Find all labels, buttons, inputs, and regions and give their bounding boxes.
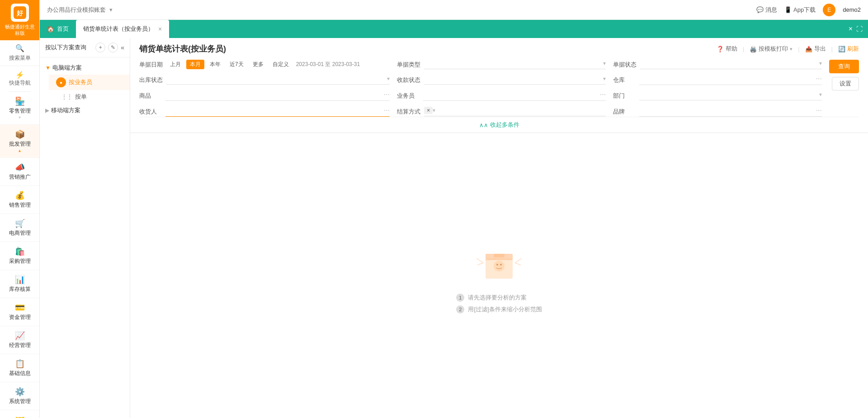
user-avatar[interactable]: E <box>823 4 835 16</box>
collapse-more-button[interactable]: ∧∧ 收起多条件 <box>139 117 859 133</box>
product-input-wrap: ··· <box>165 90 390 101</box>
scheme-panel-title: 按以下方案查询 <box>45 43 86 52</box>
app-download-label: App下载 <box>793 6 816 14</box>
svg-point-7 <box>500 264 502 266</box>
app-download-icon: 📱 <box>784 6 792 13</box>
scheme-edit-button[interactable]: ✎ <box>108 43 118 52</box>
tip2-text: 用[过滤]条件来缩小分析范围 <box>468 305 542 314</box>
filter-salesperson: 业务员 ··· <box>397 90 606 101</box>
scheme-collapse-button[interactable]: « <box>121 44 124 51</box>
salesperson-input[interactable] <box>423 91 600 98</box>
empty-state: 1 请先选择要分析的方案 2 用[过滤]条件来缩小分析范围 <box>130 133 868 418</box>
message-icon: 💬 <box>756 6 764 13</box>
sidebar-item-wholesale[interactable]: 📦 批发管理 ▴ <box>0 125 39 158</box>
sidebar-item-retail[interactable]: 🏪 零售管理 ▾ <box>0 92 39 125</box>
department-input[interactable] <box>639 91 819 98</box>
export-button[interactable]: 📤 导出 <box>805 45 826 53</box>
tab-home[interactable]: 🏠 首页 <box>40 20 76 38</box>
scheme-add-button[interactable]: + <box>95 43 105 52</box>
tab-sales-stat[interactable]: 销货单统计表（按业务员） × <box>76 20 169 38</box>
user-name[interactable]: demo2 <box>843 6 861 13</box>
doc-type-input-wrap: ▾ <box>424 60 606 69</box>
filter-rows: 单据日期 上月 本月 本年 近7天 更多 自定义 2023-03-01 至 20… <box>139 60 822 117</box>
department-arrow-icon[interactable]: ▾ <box>819 91 822 98</box>
doc-type-arrow-icon[interactable]: ▾ <box>603 60 606 66</box>
product-dots-icon[interactable]: ··· <box>384 90 390 99</box>
search-menu[interactable]: 🔍 搜索菜单 <box>0 40 39 66</box>
date-btn-7days[interactable]: 近7天 <box>226 60 247 69</box>
brand-dots-icon[interactable]: ··· <box>816 106 822 114</box>
warehouse-input[interactable] <box>639 76 816 82</box>
print-button[interactable]: 🖨️ 按模板打印 ▾ <box>750 45 793 53</box>
filter-row-1: 单据日期 上月 本月 本年 近7天 更多 自定义 2023-03-01 至 20… <box>139 60 822 69</box>
scheme-panel-actions: + ✎ « <box>95 43 124 52</box>
date-btn-last-month[interactable]: 上月 <box>166 60 184 69</box>
settlement-tag-close[interactable]: × <box>427 107 430 114</box>
settlement-tag: × <box>424 107 433 114</box>
sidebar-item-finance-label: 资金管理 <box>9 314 31 321</box>
doc-type-input[interactable] <box>424 60 603 67</box>
receiver-input-wrap: ··· <box>165 106 390 117</box>
settlement-input-wrap: × ▾ <box>424 107 606 116</box>
payment-input[interactable] <box>424 76 603 82</box>
scheme-sub-icon: ⋮⋮ <box>61 94 72 100</box>
doc-status-label: 单据状态 <box>613 61 637 69</box>
sidebar-item-marketing[interactable]: 📣 营销推广 <box>0 158 39 186</box>
brand-input[interactable] <box>639 107 816 114</box>
logo[interactable]: 好 畅捷通好生意 标版 <box>0 0 39 40</box>
app-download-button[interactable]: 📱 App下载 <box>784 6 816 14</box>
delivery-input[interactable] <box>166 76 387 82</box>
delivery-input-wrap: ▾ <box>166 76 390 85</box>
doc-status-input[interactable] <box>640 60 819 67</box>
date-btn-more[interactable]: 更多 <box>249 60 267 69</box>
finance-icon: 💳 <box>15 303 25 313</box>
delivery-arrow-icon[interactable]: ▾ <box>387 76 390 82</box>
brand-input-wrap: ··· <box>639 106 822 117</box>
quick-nav[interactable]: ⚡ 快捷导航 <box>9 66 31 92</box>
sidebar-item-ecommerce[interactable]: 🛒 电商管理 <box>0 214 39 242</box>
sidebar-item-system[interactable]: ⚙️ 系统管理 <box>0 382 39 410</box>
sidebar-item-enterprise[interactable]: 🤝 企业协同 <box>0 410 39 418</box>
filter-settlement: 结算方式 × ▾ <box>397 107 606 116</box>
tab-bar-close-icon[interactable]: × <box>849 25 853 33</box>
product-input[interactable] <box>165 91 384 98</box>
refresh-label: 刷新 <box>847 45 859 53</box>
scheme-group-mobile-header[interactable]: ▶ 移动端方案 <box>40 104 130 117</box>
sidebar-item-basic[interactable]: 📋 基础信息 <box>0 354 39 382</box>
sidebar-item-finance[interactable]: 💳 资金管理 <box>0 298 39 326</box>
sidebar-item-sales[interactable]: 💰 销售管理 <box>0 186 39 214</box>
date-btn-this-year[interactable]: 本年 <box>206 60 224 69</box>
refresh-button[interactable]: 🔄 刷新 <box>838 45 859 53</box>
scheme-item-by-salesperson[interactable]: ● 按业务员 <box>49 75 130 90</box>
tab-home-label: 首页 <box>57 25 69 33</box>
sidebar-item-inventory[interactable]: 📊 库存核算 <box>0 270 39 298</box>
doc-status-arrow-icon[interactable]: ▾ <box>819 60 822 66</box>
filter-section: 单据日期 上月 本月 本年 近7天 更多 自定义 2023-03-01 至 20… <box>139 60 859 117</box>
date-btn-this-month[interactable]: 本月 <box>186 60 204 69</box>
salesperson-dots-icon[interactable]: ··· <box>600 90 606 99</box>
tab-bar-maximize-icon[interactable]: ⛶ <box>856 25 863 33</box>
sidebar-item-purchase[interactable]: 🛍️ 采购管理 <box>0 242 39 270</box>
payment-arrow-icon[interactable]: ▾ <box>603 76 606 82</box>
tab-close-icon[interactable]: × <box>158 25 162 33</box>
help-button[interactable]: ❓ 帮助 <box>717 45 737 53</box>
sidebar-item-operations[interactable]: 📈 经营管理 <box>0 326 39 354</box>
query-button[interactable]: 查询 <box>829 60 859 73</box>
header-right: 💬 消息 📱 App下载 E demo2 <box>756 4 861 16</box>
operations-icon: 📈 <box>15 331 25 341</box>
date-btn-custom[interactable]: 自定义 <box>269 60 292 69</box>
settings-button[interactable]: 设置 <box>832 77 859 90</box>
warehouse-dots-icon[interactable]: ··· <box>816 75 822 83</box>
scheme-item-by-order[interactable]: ⋮⋮ 按单 <box>49 90 130 104</box>
filter-warehouse: 仓库 ··· <box>613 75 822 85</box>
help-label: 帮助 <box>726 45 737 53</box>
sales-icon: 💰 <box>15 190 25 200</box>
receiver-input[interactable] <box>165 107 384 114</box>
receiver-dots-icon[interactable]: ··· <box>384 106 390 114</box>
scheme-group-arrow-icon: ▼ <box>45 65 51 71</box>
breadcrumb-arrow-icon[interactable]: ▾ <box>109 6 113 13</box>
content-header: 销货单统计表(按业务员) ❓ 帮助 | 🖨️ 按模板打印 ▾ | <box>130 38 868 133</box>
settlement-arrow-icon[interactable]: ▾ <box>433 107 435 114</box>
scheme-group-desktop-header[interactable]: ▼ 电脑端方案 <box>40 61 130 75</box>
message-button[interactable]: 💬 消息 <box>756 6 777 14</box>
